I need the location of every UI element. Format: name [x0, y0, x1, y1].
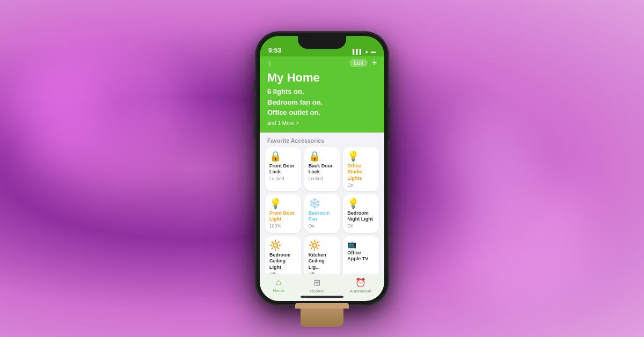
header-actions: Edit + [349, 58, 377, 67]
accessories-section-label: Favorite Accessories [260, 133, 384, 147]
status-line-2: Bedroom fan on. [267, 98, 323, 106]
tile-name: Office Studio Lights [347, 163, 375, 182]
status-line-1: 6 lights on. [267, 87, 304, 96]
scene: 9:53 ▌▌▌ ▲ ▬ ⌂ Edit + My Home [0, 0, 644, 337]
bokeh-4 [440, 107, 537, 204]
notch [298, 36, 346, 49]
header-top-bar: ⌂ Edit + [267, 58, 377, 67]
tile-name: Front Door Light [269, 210, 297, 223]
header-area: ⌂ Edit + My Home 6 lights on. Bedroom fa… [260, 56, 384, 133]
light-icon: 💡 [269, 199, 297, 208]
light-icon: 💡 [347, 199, 375, 208]
tile-front-door-lock[interactable]: 🔒 Front Door Lock Locked [265, 147, 301, 191]
automation-tab-icon: ⏰ [355, 277, 366, 288]
power-button [389, 107, 390, 139]
tile-name: Bedroom Fan [309, 210, 336, 223]
more-link[interactable]: and 1 More > [267, 120, 377, 126]
accessories-grid: 🔒 Front Door Lock Locked 🔒 Back Door Loc… [260, 147, 384, 274]
phone-stand [301, 305, 343, 327]
apple-tv-icon: 📺 [347, 240, 375, 248]
lock-icon: 🔒 [309, 151, 336, 161]
rooms-tab-icon: ⊞ [313, 277, 320, 288]
tile-bedroom-ceiling-light[interactable]: 🔆 Bedroom Ceiling Light Off [265, 236, 301, 274]
tile-name: Bedroom Ceiling Light [269, 252, 297, 271]
rooms-tab-label: Rooms [310, 289, 324, 294]
tile-status: On [309, 223, 336, 229]
ceiling-light-icon: 🔆 [269, 240, 297, 250]
status-icons: ▌▌▌ ▲ ▬ [353, 49, 376, 54]
light-icon: 💡 [347, 151, 375, 161]
tile-status: 100% [269, 223, 297, 229]
main-content: Favorite Accessories 🔒 Front Door Lock L… [260, 133, 384, 274]
home-indicator [301, 296, 343, 298]
tile-front-door-light[interactable]: 💡 Front Door Light 100% [265, 194, 301, 233]
signal-icon: ▌▌▌ [353, 49, 363, 54]
home-tab-label: Home [273, 288, 284, 293]
add-button[interactable]: + [372, 58, 377, 67]
bokeh-2 [0, 54, 107, 161]
phone-device: 9:53 ▌▌▌ ▲ ▬ ⌂ Edit + My Home [255, 32, 389, 305]
lock-icon: 🔒 [269, 151, 297, 161]
status-line-3: Office outlet on. [267, 108, 320, 116]
tile-name: Office Apple TV [347, 250, 375, 262]
wifi-icon: ▲ [364, 49, 369, 54]
tab-home[interactable]: ⌂ Home [273, 277, 284, 294]
tile-status: On [347, 182, 375, 188]
fan-icon: ❄️ [309, 199, 336, 208]
volume-down-button [254, 120, 255, 138]
page-title: My Home [267, 71, 377, 84]
automation-tab-label: Automation [349, 289, 371, 294]
home-house-icon: ⌂ [267, 59, 272, 67]
tile-back-door-lock[interactable]: 🔒 Back Door Lock Locked [304, 147, 340, 191]
battery-icon: ▬ [371, 49, 376, 54]
tile-bedroom-fan[interactable]: ❄️ Bedroom Fan On [304, 194, 340, 233]
ceiling-light-icon: 🔆 [309, 240, 336, 250]
tile-status: Locked [269, 176, 297, 181]
tile-office-apple-tv[interactable]: 📺 Office Apple TV [343, 236, 379, 274]
tab-automation[interactable]: ⏰ Automation [349, 277, 371, 294]
tile-office-studio-lights[interactable]: 💡 Office Studio Lights On [343, 147, 379, 191]
status-summary: 6 lights on. Bedroom fan on. Office outl… [267, 86, 377, 118]
home-tab-icon: ⌂ [276, 277, 281, 287]
status-time: 9:53 [268, 47, 281, 54]
tile-status: Locked [309, 176, 336, 181]
tab-rooms[interactable]: ⊞ Rooms [310, 277, 324, 294]
phone-screen: 9:53 ▌▌▌ ▲ ▬ ⌂ Edit + My Home [260, 36, 384, 301]
tile-status: Off [347, 223, 375, 229]
tile-name: Bedroom Night Light [347, 210, 375, 223]
tile-name: Front Door Lock [269, 163, 297, 175]
volume-up-button [254, 97, 255, 115]
tile-kitchen-ceiling-light[interactable]: 🔆 Kitchen Ceiling Lig... Off [304, 236, 340, 274]
tile-name: Kitchen Ceiling Lig... [309, 252, 336, 271]
mute-button [254, 80, 255, 92]
tile-name: Back Door Lock [309, 163, 336, 175]
tile-bedroom-night-light[interactable]: 💡 Bedroom Night Light Off [343, 194, 379, 233]
edit-button[interactable]: Edit [349, 59, 367, 67]
